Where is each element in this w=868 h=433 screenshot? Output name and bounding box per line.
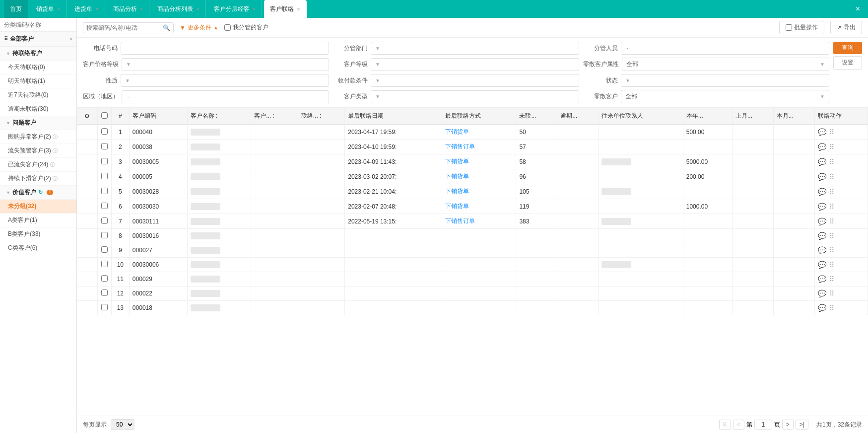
row-checkbox[interactable] [97,229,111,243]
chat-icon[interactable]: 💬 [818,304,826,312]
close-customer-tier-tab[interactable]: × [253,6,256,12]
close-product-analysis-tab[interactable]: × [140,6,143,12]
chat-icon[interactable]: 💬 [818,232,826,240]
row-checkbox[interactable] [97,287,111,301]
grid-action-icon[interactable]: ⠿ [829,275,834,283]
refresh-icon[interactable]: ↻ [38,189,43,196]
grid-action-icon[interactable]: ⠿ [829,289,834,297]
row-checkbox[interactable] [97,184,111,199]
chat-icon[interactable]: 💬 [818,188,826,196]
next-page-button[interactable]: > [782,420,794,430]
row-select-checkbox[interactable] [101,217,108,224]
my-customers-checkbox[interactable]: 我分管的客户 [224,23,268,32]
close-sales-tab[interactable]: × [57,6,60,12]
status-select[interactable]: ▼ [621,74,829,87]
my-customers-check[interactable] [224,24,231,31]
row-checkbox[interactable] [97,169,111,184]
prev-page-button[interactable]: < [733,420,744,430]
tab-home[interactable]: 首页 [4,0,28,18]
sidebar-item-lost[interactable]: 已流失客户(24) ⓘ [0,158,76,172]
tab-customer-contact[interactable]: 客户联络 × [264,0,306,18]
row-checkbox[interactable] [97,199,111,214]
close-purchase-tab[interactable]: × [95,6,98,12]
reset-button[interactable]: 设置 [833,56,862,70]
dept-select[interactable]: ▼ [371,42,579,55]
checkbox-col-header[interactable] [97,108,111,125]
close-product-analysis-list-tab[interactable]: × [196,6,199,12]
row-select-checkbox[interactable] [101,232,108,238]
search-input[interactable] [86,24,161,31]
chat-icon[interactable]: 💬 [818,289,826,297]
window-close-button[interactable]: × [852,2,864,15]
query-button[interactable]: 查询 [833,42,862,54]
nature-select[interactable]: ▼ [121,74,329,87]
row-select-checkbox[interactable] [101,275,108,282]
phone-input[interactable] [121,42,329,55]
row-select-checkbox[interactable] [101,261,108,267]
region-select[interactable]: ··· [122,90,329,103]
row-select-checkbox[interactable] [101,143,108,149]
sidebar-item-today-pending[interactable]: 今天待联络(0) [0,61,76,74]
more-conditions-button[interactable]: ▼ 更多条件 ▲ [180,23,218,32]
last-method-link[interactable]: 下销售订单 [445,217,475,224]
last-method-link[interactable]: 下销货单 [445,188,469,195]
sidebar-item-ungroup[interactable]: 未分组(32) [0,200,76,214]
row-select-checkbox[interactable] [101,304,108,310]
tab-sales[interactable]: 销货单 × [30,0,67,18]
grid-action-icon[interactable]: ⠿ [829,261,834,269]
chat-icon[interactable]: 💬 [818,203,826,211]
value-customers-header[interactable]: ▼ 价值客户 ↻ ! [0,186,76,200]
grid-action-icon[interactable]: ⠿ [829,173,834,181]
page-number-input[interactable] [754,420,772,430]
last-method-link[interactable]: 下销货单 [445,173,469,180]
grid-action-icon[interactable]: ⠿ [829,158,834,166]
grid-action-icon[interactable]: ⠿ [829,232,834,240]
payment-select[interactable]: ▼ [371,74,579,87]
row-select-checkbox[interactable] [101,289,108,296]
last-method-link[interactable]: 下销货单 [445,158,469,165]
row-select-checkbox[interactable] [101,158,108,164]
price-tier-select[interactable]: ▼ [122,58,329,71]
first-page-button[interactable]: K [719,420,731,430]
row-checkbox[interactable] [97,272,111,287]
row-select-checkbox[interactable] [101,246,108,253]
grid-action-icon[interactable]: ⠿ [829,188,834,196]
sidebar-item-class-b[interactable]: B类客户(33) [0,227,76,241]
row-checkbox[interactable] [97,301,111,315]
bulk-checkbox[interactable] [786,24,792,31]
category-search-input[interactable] [4,21,77,28]
row-select-checkbox[interactable] [101,188,108,194]
row-select-checkbox[interactable] [101,128,108,135]
customer-tier-select[interactable]: ▼ [371,58,579,71]
row-checkbox[interactable] [97,258,111,272]
chat-icon[interactable]: 💬 [818,158,826,166]
select-all-checkbox[interactable] [101,112,108,119]
retail-customer-select[interactable]: 全部 ▼ [621,90,829,103]
manager-select[interactable]: ··· [621,42,829,55]
bulk-operations-button[interactable]: 批量操作 [779,21,824,34]
grid-action-icon[interactable]: ⠿ [829,217,834,225]
all-customers-header[interactable]: ⠿ 全部客户 « [0,32,76,47]
grid-action-icon[interactable]: ⠿ [829,143,834,151]
chat-icon[interactable]: 💬 [818,173,826,181]
customer-type-select[interactable]: ▼ [371,90,579,103]
last-method-link[interactable]: 下销货单 [445,203,469,210]
chat-icon[interactable]: 💬 [818,261,826,269]
main-search-field[interactable]: 🔍 [83,22,174,33]
tab-product-analysis-list[interactable]: 商品分析列表 × [151,0,205,18]
chat-icon[interactable]: 💬 [818,128,826,136]
sidebar-item-class-c[interactable]: C类客户(6) [0,241,76,255]
row-select-checkbox[interactable] [101,203,108,209]
sidebar-item-loss-warning[interactable]: 流失预警客户(3) ⓘ [0,144,76,158]
chat-icon[interactable]: 💬 [818,143,826,151]
grid-action-icon[interactable]: ⠿ [829,203,834,211]
sidebar-item-declining[interactable]: 持续下滑客户(2) ⓘ [0,172,76,186]
grid-action-icon[interactable]: ⠿ [829,246,834,254]
chat-icon[interactable]: 💬 [818,217,826,225]
pending-customers-header[interactable]: ▼ 待联络客户 [0,47,76,61]
row-checkbox[interactable] [97,140,111,154]
row-checkbox[interactable] [97,125,111,140]
row-checkbox[interactable] [97,214,111,229]
sidebar-item-abnormal-purchase[interactable]: 囤购异常客户(2) ⓘ [0,130,76,144]
tab-customer-tier[interactable]: 客户分层经客 × [208,0,262,18]
